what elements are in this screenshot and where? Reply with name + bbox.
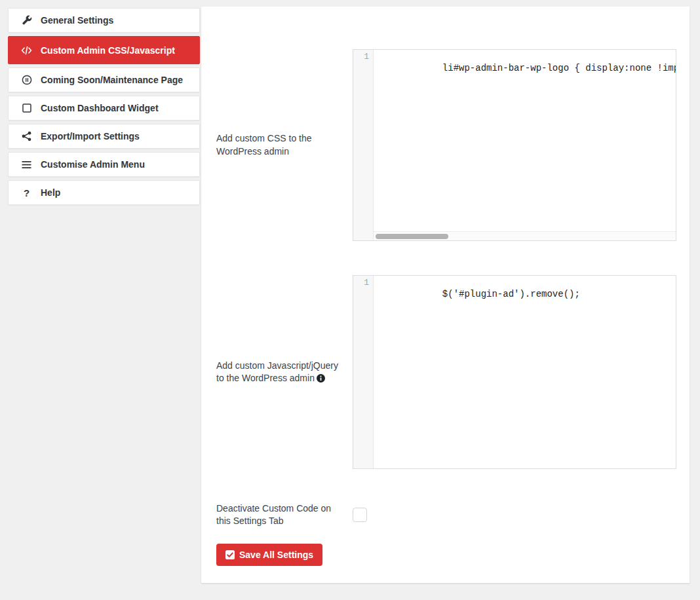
custom-css-code[interactable]: li#wp-admin-bar-wp-logo { display:none !… — [374, 50, 676, 240]
deactivate-custom-code-checkbox[interactable] — [353, 508, 367, 522]
save-all-settings-button[interactable]: Save All Settings — [216, 544, 322, 566]
sidebar-item-export-import-settings[interactable]: Export/Import Settings — [8, 124, 200, 149]
line-number-gutter: 1 — [353, 276, 374, 468]
share-icon — [21, 131, 32, 142]
sidebar-item-customise-admin-menu[interactable]: Customise Admin Menu — [8, 152, 200, 177]
sidebar-item-label: Export/Import Settings — [41, 131, 140, 141]
check-square-icon — [225, 550, 235, 559]
line-number: 1 — [364, 278, 369, 288]
custom-css-row: Add custom CSS to the WordPress admin 1 … — [216, 49, 676, 241]
save-button-label: Save All Settings — [239, 550, 313, 560]
wrench-icon — [21, 15, 32, 26]
custom-css-editor[interactable]: 1 li#wp-admin-bar-wp-logo { display:none… — [353, 49, 676, 241]
settings-panel: Add custom CSS to the WordPress admin 1 … — [201, 7, 690, 583]
question-mark-icon: ? — [21, 187, 32, 198]
horizontal-scrollbar — [374, 231, 676, 240]
sidebar-item-label: Coming Soon/Maintenance Page — [41, 75, 183, 85]
deactivate-custom-code-label: Deactivate Custom Code on this Settings … — [216, 502, 341, 527]
sidebar-item-label: General Settings — [41, 15, 113, 26]
sidebar-item-help[interactable]: ? Help — [8, 180, 200, 205]
sidebar-item-general-settings[interactable]: General Settings — [8, 8, 200, 33]
settings-sidebar: General Settings Custom Admin CSS/Javasc… — [8, 8, 200, 208]
custom-js-editor[interactable]: 1 $('#plugin-ad').remove(); — [353, 275, 676, 469]
menu-bars-icon — [21, 159, 32, 170]
line-number: 1 — [364, 52, 369, 62]
sidebar-item-custom-dashboard-widget[interactable]: Custom Dashboard Widget — [8, 96, 200, 121]
custom-js-label: Add custom Javascript/jQuery to the Word… — [216, 360, 341, 384]
code-icon — [21, 45, 32, 56]
pause-circle-icon — [21, 75, 32, 86]
line-number-gutter: 1 — [353, 50, 374, 240]
sidebar-item-label: Custom Dashboard Widget — [41, 103, 159, 113]
deactivate-custom-code-row: Deactivate Custom Code on this Settings … — [216, 502, 676, 527]
custom-js-code[interactable]: $('#plugin-ad').remove(); — [374, 276, 676, 468]
custom-js-row: Add custom Javascript/jQuery to the Word… — [216, 275, 676, 469]
custom-css-label: Add custom CSS to the WordPress admin — [216, 132, 341, 157]
sidebar-item-custom-admin-css-javascript[interactable]: Custom Admin CSS/Javascript — [8, 36, 200, 64]
sidebar-item-label: Customise Admin Menu — [41, 159, 145, 170]
horizontal-scrollbar-thumb[interactable] — [376, 234, 448, 239]
sidebar-item-label: Custom Admin CSS/Javascript — [41, 45, 175, 56]
sidebar-item-coming-soon-maintenance-page[interactable]: Coming Soon/Maintenance Page — [8, 67, 200, 92]
sidebar-item-label: Help — [41, 187, 60, 198]
square-outline-icon — [21, 103, 32, 114]
info-icon[interactable] — [317, 374, 325, 383]
